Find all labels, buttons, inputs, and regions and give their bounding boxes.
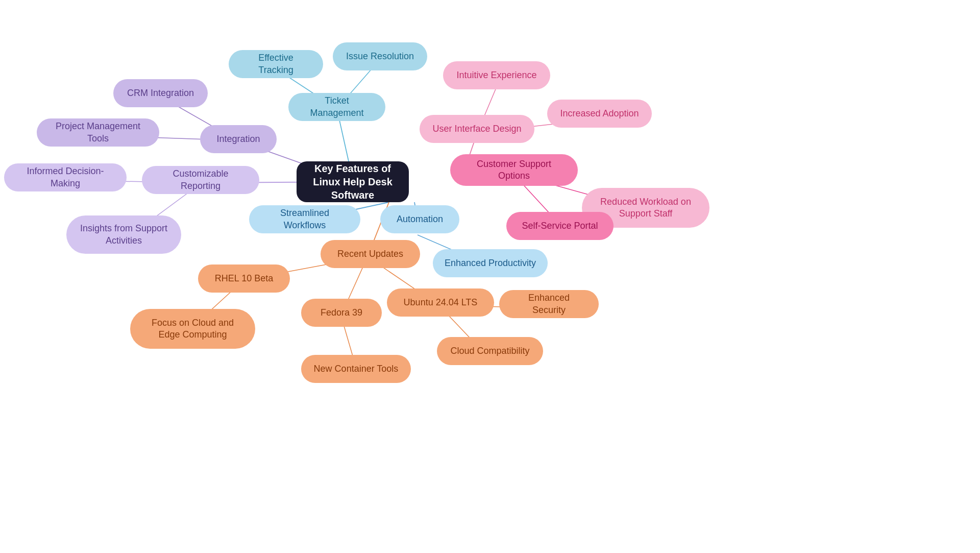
- self-service-portal-node: Self-Service Portal: [506, 212, 614, 240]
- fedora-node: Fedora 39: [301, 299, 382, 327]
- enhanced-security-node: Enhanced Security: [499, 290, 599, 318]
- focus-cloud-node: Focus on Cloud and Edge Computing: [130, 309, 255, 349]
- rhel-node: RHEL 10 Beta: [198, 265, 290, 293]
- center-node: Key Features of Linux Help Desk Software: [297, 161, 409, 202]
- intuitive-experience-node: Intuitive Experience: [443, 61, 550, 89]
- user-interface-node: User Interface Design: [420, 115, 534, 143]
- cloud-compatibility-node: Cloud Compatibility: [437, 337, 543, 365]
- new-container-node: New Container Tools: [301, 355, 411, 383]
- customer-support-node: Customer Support Options: [450, 154, 578, 186]
- crm-integration-node: CRM Integration: [113, 79, 208, 107]
- enhanced-productivity-node: Enhanced Productivity: [433, 249, 548, 277]
- customizable-reporting-node: Customizable Reporting: [142, 166, 259, 194]
- increased-adoption-node: Increased Adoption: [547, 100, 652, 128]
- streamlined-workflows-node: Streamlined Workflows: [249, 205, 360, 233]
- ubuntu-node: Ubuntu 24.04 LTS: [387, 288, 494, 317]
- issue-resolution-node: Issue Resolution: [333, 42, 427, 70]
- insights-node: Insights from Support Activities: [66, 215, 181, 254]
- integration-node: Integration: [200, 125, 277, 153]
- effective-tracking-node: Effective Tracking: [229, 50, 323, 78]
- informed-decision-node: Informed Decision-Making: [4, 163, 127, 191]
- ticket-management-node: Ticket Management: [288, 93, 385, 121]
- automation-node: Automation: [380, 205, 459, 233]
- project-management-node: Project Management Tools: [37, 118, 159, 147]
- recent-updates-node: Recent Updates: [321, 240, 420, 268]
